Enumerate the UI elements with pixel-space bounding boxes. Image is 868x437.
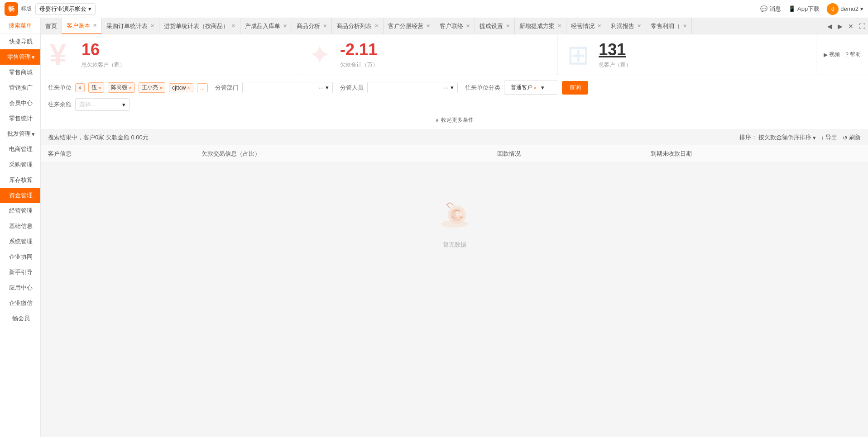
- sidebar-item-retail-stats[interactable]: 零售统计: [0, 111, 40, 126]
- user-dropdown-icon: ▾: [860, 5, 863, 12]
- filter-tag-wu-close[interactable]: ×: [98, 85, 101, 90]
- filter-tag-chen[interactable]: 陈民强 ×: [108, 82, 134, 93]
- tab-close-all-btn[interactable]: ✕: [845, 18, 856, 34]
- empty-state-label: 暂无数据: [443, 241, 466, 249]
- col-arrears-info: 欠款交易信息（占比）: [194, 145, 490, 163]
- filter-more-units[interactable]: ...: [197, 83, 208, 92]
- sidebar-purchase-label: 采购管理: [9, 161, 33, 168]
- sidebar-item-finance-mgmt[interactable]: 资金管理: [0, 188, 40, 203]
- filter-tag-wang[interactable]: 王小亮 ×: [139, 82, 165, 93]
- tab-product-analysis-list-close[interactable]: ✕: [374, 23, 379, 29]
- filter-tag-wu[interactable]: 伍 ×: [88, 82, 104, 93]
- app-download-action[interactable]: 📱 App下载: [788, 5, 820, 13]
- sidebar-item-retail-mall[interactable]: 零售商城: [0, 65, 40, 80]
- sidebar-search[interactable]: 搜索菜单: [0, 18, 40, 34]
- tab-purchase-order-close[interactable]: ✕: [150, 23, 154, 29]
- sidebar-item-app-center[interactable]: 应用中心: [0, 280, 40, 295]
- tab-new-proposal-label: 新增提成方案: [519, 22, 555, 30]
- sidebar-sys-label: 系统管理: [9, 238, 33, 245]
- refresh-action[interactable]: ↺ 刷新: [843, 133, 861, 142]
- sidebar-basic-info-label: 基础信息: [9, 223, 33, 229]
- tab-profit-report[interactable]: 利润报告 ✕: [606, 18, 646, 34]
- filter-tag-cjttcw-close[interactable]: ×: [187, 85, 190, 90]
- tab-product-inbound[interactable]: 产成品入库单 ✕: [240, 18, 292, 34]
- sort-select[interactable]: 排序： 按欠款金额倒序排序 ▾: [739, 133, 816, 142]
- tab-new-proposal[interactable]: 新增提成方案 ✕: [515, 18, 566, 34]
- filter-row-2: 往来余额 选择... ▾: [48, 98, 861, 111]
- tab-product-inbound-label: 产成品入库单: [245, 22, 280, 30]
- sidebar-inventory-label: 库存核算: [9, 176, 33, 183]
- stat-arrears-label: 欠款合计（万）: [340, 61, 378, 69]
- sidebar-item-sys-mgmt[interactable]: 系统管理: [0, 234, 40, 249]
- workspace-selector[interactable]: 母婴行业演示帐套 ▾: [35, 3, 96, 15]
- user-menu[interactable]: d demo2 ▾: [827, 3, 863, 15]
- normal-customer-close[interactable]: ×: [534, 85, 537, 90]
- stat-all-customers-label: 总客户（家）: [599, 61, 631, 69]
- sidebar-item-vip-member[interactable]: 畅会员: [0, 311, 40, 326]
- tab-customer-tier[interactable]: 客户分层经营 ✕: [384, 18, 435, 34]
- query-button[interactable]: 查询: [562, 81, 588, 95]
- tab-purchase-order-stats[interactable]: 采购订单统计表 ✕: [102, 18, 159, 34]
- tab-customer-contact[interactable]: 客户联络 ✕: [435, 18, 475, 34]
- filter-tag-chen-close[interactable]: ×: [129, 85, 131, 90]
- video-action[interactable]: ▶ 视频: [824, 51, 840, 58]
- sidebar-marketing-label: 营销推广: [9, 84, 33, 91]
- help-label: 帮助: [850, 51, 861, 58]
- tab-ops-situation-close[interactable]: ✕: [597, 23, 601, 29]
- header-right: 💬 消息 📱 App下载 d demo2 ▾: [760, 3, 863, 15]
- tab-profit-report-close[interactable]: ✕: [637, 23, 641, 29]
- tab-inbound-stats-close[interactable]: ✕: [231, 23, 235, 29]
- tab-next-btn[interactable]: ▶: [835, 18, 845, 34]
- tab-customer-book[interactable]: 客户账本 ✕: [62, 18, 102, 34]
- tab-customer-contact-close[interactable]: ✕: [466, 23, 470, 29]
- sidebar-item-member-center[interactable]: 会员中心: [0, 95, 40, 111]
- filter-tag-normal-customer[interactable]: 普通客户 ×: [508, 83, 539, 92]
- sidebar-item-inventory[interactable]: 库存核算: [0, 172, 40, 188]
- tab-retail-profit-close[interactable]: ✕: [683, 23, 687, 29]
- tab-retail-profit[interactable]: 零售利润（ ✕: [646, 18, 692, 34]
- help-action[interactable]: ? 帮助: [845, 51, 861, 58]
- tab-customer-book-close[interactable]: ✕: [93, 23, 97, 28]
- collapse-btn[interactable]: ∧ 收起更多条件: [48, 114, 861, 128]
- tab-product-analysis-close[interactable]: ✕: [323, 23, 327, 29]
- refresh-icon: ↺: [843, 134, 848, 141]
- tab-product-analysis[interactable]: 商品分析 ✕: [292, 18, 332, 34]
- dept-select[interactable]: ··· ▾: [242, 82, 333, 93]
- filter-tag-cjttcw[interactable]: cjttcw ×: [169, 83, 193, 92]
- sidebar-item-quick-nav[interactable]: 快捷导航: [0, 34, 40, 49]
- unit-class-select[interactable]: 普通客户 × ▾: [504, 81, 558, 95]
- filter-tag-unit-all[interactable]: ×: [75, 83, 85, 92]
- sidebar-item-ops-mgmt[interactable]: 经营管理: [0, 203, 40, 218]
- sidebar-item-enterprise-collab[interactable]: 企业协同: [0, 249, 40, 265]
- export-action[interactable]: ↑ 导出: [821, 133, 838, 142]
- tab-ops-situation[interactable]: 经营情况 ✕: [566, 18, 606, 34]
- tab-new-proposal-close[interactable]: ✕: [557, 23, 561, 29]
- dept-select-arrow: ▾: [326, 84, 329, 91]
- sidebar-item-new-guide[interactable]: 新手引导: [0, 265, 40, 280]
- results-bar: 搜索结果中，客户0家 欠款金额 0.00元 排序： 按欠款金额倒序排序 ▾ ↑ …: [41, 130, 868, 145]
- tab-proposal-settings[interactable]: 提成设置 ✕: [475, 18, 515, 34]
- sidebar-quick-nav-label: 快捷导航: [9, 38, 33, 45]
- stat-total-arrears-text: -2.11 欠款合计（万）: [340, 40, 378, 69]
- tab-proposal-settings-close[interactable]: ✕: [506, 23, 510, 29]
- balance-select[interactable]: 选择... ▾: [75, 98, 129, 111]
- sidebar-item-retail-mgmt[interactable]: 零售管理 ▾: [0, 49, 40, 65]
- svg-line-5: [446, 203, 450, 204]
- messages-action[interactable]: 💬 消息: [760, 5, 781, 13]
- tab-inbound-stats[interactable]: 进货单统计表（按商品） ✕: [159, 18, 240, 34]
- sidebar-item-enterprise-wechat[interactable]: 企业微信: [0, 295, 40, 311]
- sidebar-item-marketing[interactable]: 营销推广: [0, 80, 40, 95]
- sidebar-item-ecom-mgmt[interactable]: 电商管理: [0, 142, 40, 157]
- sidebar-item-basic-info[interactable]: 基础信息: [0, 218, 40, 234]
- tab-bar: 首页 客户账本 ✕ 采购订单统计表 ✕ 进货单统计表（按商品） ✕ 产成品入库单…: [41, 18, 868, 34]
- tab-product-inbound-close[interactable]: ✕: [283, 23, 287, 29]
- tab-expand-btn[interactable]: ⛶: [856, 18, 868, 34]
- sidebar-item-purchase-mgmt[interactable]: 采购管理: [0, 157, 40, 172]
- tab-home[interactable]: 首页: [41, 18, 62, 34]
- tab-prev-btn[interactable]: ◀: [825, 18, 835, 34]
- sidebar-item-wholesale-mgmt[interactable]: 批发管理 ▾: [0, 126, 40, 142]
- tab-customer-tier-close[interactable]: ✕: [426, 23, 430, 29]
- person-select[interactable]: ··· ▾: [367, 82, 458, 93]
- tab-product-analysis-list[interactable]: 商品分析列表 ✕: [332, 18, 384, 34]
- filter-tag-wang-close[interactable]: ×: [159, 85, 162, 90]
